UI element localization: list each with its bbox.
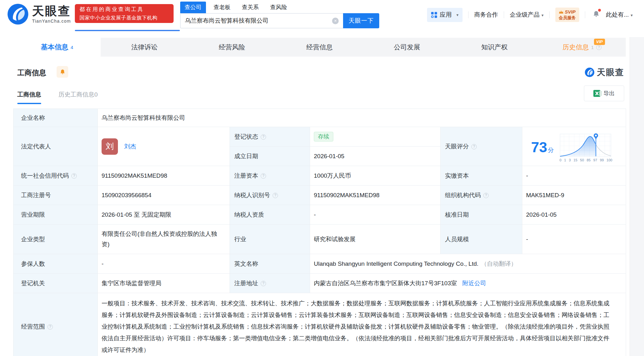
label-registry-authority: 登记机关 [14, 274, 98, 293]
tab-ip-label: 知识产权 [481, 43, 508, 52]
tianyancha-company-page: 天眼查 TianYanCha.com 都在用的商业查询工具 国家中小企业发展子基… [0, 0, 644, 356]
table-row: 参保人数 - 英文名称 Ulanqab Shangyun Intelligent… [14, 254, 626, 274]
label-org-code: 组织机构代码 [441, 186, 522, 205]
tab-legal-proceedings[interactable]: 法律诉讼 [101, 38, 188, 57]
help-icon[interactable] [471, 144, 477, 149]
business-scope-text: 一般项目：技术服务、技术开发、技术咨询、技术交流、技术转让、技术推广；大数据服务… [102, 293, 626, 356]
label-english-name: 英文名称 [230, 254, 310, 274]
label-reg-no: 工商注册号 [14, 186, 98, 205]
nearby-companies-link[interactable]: 附近公司 [462, 280, 486, 286]
brand-text-block: 天眼查 TianYanCha.com [32, 5, 71, 23]
value-english-name: Ulanqab Shangyun Intelligent Computing T… [310, 254, 626, 274]
value-taxpayer-qualification: - [310, 205, 441, 225]
clear-search-icon[interactable] [332, 18, 339, 24]
label-company-name: 企业名称 [14, 109, 98, 127]
value-company-type: 有限责任公司(非自然人投资或控股的法人独资) [98, 225, 230, 254]
org-code-label-text: 组织机构代码 [445, 192, 481, 198]
export-button[interactable]: 导出 [584, 86, 624, 101]
help-icon[interactable] [261, 173, 266, 179]
search-tab-risk[interactable]: 查风险 [270, 3, 287, 13]
help-icon[interactable] [483, 193, 489, 198]
tab-operation-label: 经营信息 [306, 43, 333, 52]
subtab-history-business-info[interactable]: 历史工商信息0 [58, 91, 98, 99]
help-icon[interactable] [261, 281, 266, 286]
search-input[interactable] [180, 13, 343, 28]
divider [468, 11, 469, 18]
label-legal-rep: 法定代表人 [14, 127, 98, 166]
vip-badge: VIP [594, 39, 605, 45]
help-icon[interactable] [596, 45, 602, 50]
legal-rep-avatar[interactable]: 刘 [102, 138, 118, 155]
help-icon[interactable] [71, 173, 77, 179]
nav-more-menu[interactable]: 此处有... [606, 11, 633, 19]
nav-more-label: 此处有... [606, 11, 629, 18]
status-badge: 存续 [314, 132, 333, 142]
search-tab-relation[interactable]: 查关系 [242, 3, 259, 13]
header-nav: 应用 商务合作 企业级产品 SVIP 会员服务 [427, 7, 633, 22]
score-chart-box: 0131550859799100 [559, 132, 613, 162]
value-paidin-capital: - [522, 166, 626, 186]
tab-basic-info[interactable]: 基本信息 4 [13, 38, 101, 57]
subtab-business-info[interactable]: 工商信息 [17, 91, 41, 104]
reg-status-label-text: 登记状态 [234, 133, 258, 140]
help-icon[interactable] [261, 134, 266, 140]
help-icon[interactable] [47, 324, 53, 330]
accent-divider [75, 30, 180, 31]
label-approved-date: 核准日期 [441, 205, 522, 225]
label-business-scope: 经营范围 [14, 293, 98, 356]
label-credit-code: 统一社会信用代码 [14, 166, 98, 186]
taxpayer-no-label-text: 纳税人识别号 [234, 192, 270, 198]
tyc-score-label-text: 天眼评分 [445, 143, 469, 150]
search-tab-company[interactable]: 查公司 [180, 2, 206, 13]
chevron-down-icon [541, 13, 544, 18]
value-business-term: 2026-01-05 至 无固定期限 [98, 205, 230, 225]
notification-bell[interactable] [592, 10, 600, 19]
excel-icon [593, 90, 600, 97]
english-name-text: Ulanqab Shangyun Intelligent Computing T… [314, 260, 479, 267]
search-button[interactable]: 天眼一下 [343, 13, 379, 28]
nav-enterprise-products[interactable]: 企业级产品 [510, 11, 544, 19]
nav-enterprise-label: 企业级产品 [510, 11, 540, 18]
slogan-line1: 都在用的商业查询工具 [80, 6, 169, 13]
scrollbar-gutter[interactable] [630, 37, 644, 356]
tab-risk-label: 经营风险 [219, 43, 245, 52]
value-insured-staff: - [98, 254, 230, 274]
help-icon[interactable] [273, 193, 278, 198]
business-scope-label-text: 经营范围 [21, 323, 45, 330]
slogan-badge: 都在用的商业查询工具 国家中小企业发展子基金旗下机构 [75, 4, 174, 23]
score-unit: 分 [548, 147, 554, 153]
search-row: 天眼一下 [180, 13, 379, 28]
label-taxpayer-no: 纳税人识别号 [230, 186, 310, 205]
table-row: 工商注册号 150902039566854 纳税人识别号 91150902MAK… [14, 186, 626, 205]
search-tab-boss[interactable]: 查老板 [214, 3, 230, 13]
subscribe-bell-button[interactable] [57, 66, 68, 78]
chevron-down-icon [630, 13, 633, 18]
tab-history-info[interactable]: VIP 历史信息 1 [538, 38, 626, 57]
subtab-active-label: 工商信息 [17, 91, 41, 98]
credit-code-label-text: 统一社会信用代码 [21, 172, 69, 179]
apps-label: 应用 [440, 11, 452, 19]
table-row: 企业类型 有限责任公司(非自然人投资或控股的法人独资) 行业 研究和试验发展 人… [14, 225, 626, 254]
nav-business-cooperation[interactable]: 商务合作 [474, 11, 498, 19]
company-nav-tabs: 基本信息 4 法律诉讼 经营风险 经营信息 公司发展 知识产权 VIP 历史信息… [13, 38, 626, 57]
card-watermark: 天眼查 [585, 67, 624, 78]
label-tyc-score: 天眼评分 [441, 127, 522, 166]
value-registry-authority: 集宁区市场监督管理局 [98, 274, 230, 293]
table-row: 企业名称 乌兰察布尚云智算科技有限公司 [14, 109, 626, 127]
tianyancha-logo[interactable]: 天眼查 TianYanCha.com [8, 4, 71, 25]
tab-operating-risk[interactable]: 经营风险 [188, 38, 276, 57]
apps-menu[interactable]: 应用 [427, 8, 463, 22]
tab-operating-info[interactable]: 经营信息 [276, 38, 363, 57]
value-staff-size: - [522, 225, 626, 254]
value-reg-capital: 1000万人民币 [310, 166, 441, 186]
label-staff-size: 人员规模 [441, 225, 522, 254]
tab-intellectual-property[interactable]: 知识产权 [451, 38, 538, 57]
search-tabs: 查公司 查老板 查关系 查风险 [180, 3, 379, 13]
svip-member-service[interactable]: SVIP 会员服务 [555, 8, 579, 22]
tab-history-count: 1 [591, 45, 594, 50]
value-reg-no: 150902039566854 [98, 186, 230, 205]
search-block: 查公司 查老板 查关系 查风险 天眼一下 [180, 3, 379, 28]
tab-company-development[interactable]: 公司发展 [363, 38, 451, 57]
value-reg-status: 存续 [310, 127, 441, 147]
legal-rep-name-link[interactable]: 刘杰 [124, 142, 136, 151]
